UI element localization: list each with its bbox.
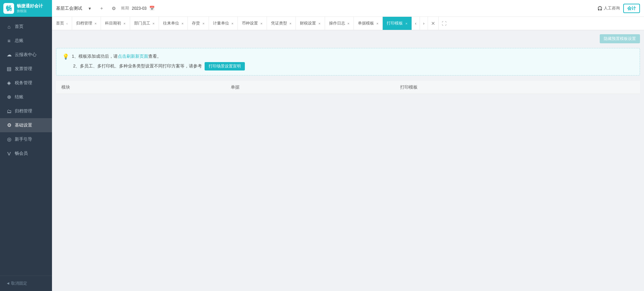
notice-line1-post: 查看。 [148,54,161,59]
settings-gear-icon[interactable]: ⚙ [109,4,118,13]
calendar-icon[interactable]: 📅 [149,6,155,11]
sidebar-label-ledger: 总账 [15,38,23,44]
notice-line2-pre: 2、多员工、多打印机、多种业务类型设置不同打印方案等，请参考 [73,63,202,68]
tab-print-template-close[interactable]: × [405,21,407,26]
tab-archive-mgmt-close[interactable]: × [95,21,97,26]
tab-tax-settings[interactable]: 财税设置 × [296,17,325,30]
main-area: 基层工会测试 ▾ ＋ ⚙ 账期 2023-03 📅 🎧 人工咨询 会计 首页 ‹… [52,0,644,291]
sidebar-item-guide[interactable]: ◎ 新手引导 [0,132,52,146]
tab-close-all-button[interactable]: ✕ [428,17,439,30]
topbar: 基层工会测试 ▾ ＋ ⚙ 账期 2023-03 📅 🎧 人工咨询 会计 [52,0,644,17]
member-icon: V [6,151,12,156]
tab-single-form-close[interactable]: × [376,21,378,26]
tab-archive-mgmt-label: 归档管理 [76,20,92,26]
info-notice: 💡 1、模板添加成功后，请点击刷新新页面查看。 2、多员工、多打印机、多种业务类… [56,48,640,76]
ledger-icon: ≡ [6,38,12,44]
tab-dept-staff[interactable]: 部门员工 × [130,17,159,30]
sidebar-label-member: 畅会员 [15,150,28,156]
unpin-button[interactable]: ◄ 取消固定 [0,276,52,291]
content-area: 隐藏预置模板设置 💡 1、模板添加成功后，请点击刷新新页面查看。 2、多员工、多… [52,30,644,291]
tab-inventory-label: 存货 [192,20,200,26]
service-button[interactable]: 🎧 人工咨询 [597,5,620,11]
tab-voucher-type[interactable]: 凭证类型 × [267,17,296,30]
tab-single-form[interactable]: 单据模板 × [354,17,383,30]
tab-expand-button[interactable]: ⛶ [439,17,449,30]
tab-archive-mgmt[interactable]: 归档管理 × [72,17,101,30]
invoice-icon: ▤ [6,66,12,72]
print-scene-button[interactable]: 打印场景设置宣明 [205,62,245,70]
tab-currency[interactable]: 币种设置 × [238,17,267,30]
cloud-icon: ☁ [6,52,12,58]
tabbar: 首页 ‹ 归档管理 × 科目期初 × 部门员工 × 往来单位 × 存货 × 计量… [52,17,644,30]
hide-preview-button[interactable]: 隐藏预置模板设置 [600,34,640,43]
tab-tax-settings-close[interactable]: × [318,21,320,26]
print-template-table: 模块 单据 打印模板 [56,81,640,94]
tab-subject-init-close[interactable]: × [123,21,125,26]
tab-single-form-label: 单据模板 [358,20,374,26]
tab-measure-unit-close[interactable]: × [231,21,233,26]
sidebar-nav: ⌂ 首页 ≡ 总账 ☁ 云报表中心 ▤ 发票管理 ◈ 税务管理 ⊕ 结账 🗂 归… [0,17,52,276]
logo-icon: 畅 [3,3,14,14]
tab-currency-close[interactable]: × [260,21,262,26]
account-button[interactable]: 会计 [623,4,640,13]
tab-home[interactable]: 首页 ‹ [52,17,72,30]
unpin-label: ◄ 取消固定 [6,281,27,286]
tab-home-back-icon[interactable]: ‹ [66,21,68,26]
table-header: 模块 单据 打印模板 [56,81,640,94]
sidebar-item-settings[interactable]: ⚙ 基础设置 [0,118,52,132]
tab-voucher-type-close[interactable]: × [289,21,291,26]
sidebar-label-invoice: 发票管理 [15,66,32,72]
sidebar-item-tax[interactable]: ◈ 税务管理 [0,76,52,90]
col-module: 模块 [56,81,225,94]
tab-partner[interactable]: 往来单位 × [159,17,188,30]
tab-inventory-close[interactable]: × [202,21,204,26]
closing-icon: ⊕ [6,94,12,100]
notice-text-2: 2、多员工、多打印机、多种业务类型设置不同打印方案等，请参考 打印场景设置宣明 [73,62,246,70]
tab-dept-staff-close[interactable]: × [153,21,155,26]
tab-op-log-close[interactable]: × [347,21,350,26]
tab-currency-label: 币种设置 [242,20,258,26]
sidebar-item-archive[interactable]: 🗂 归档管理 [0,104,52,118]
tab-measure-unit[interactable]: 计量单位 × [209,17,238,30]
archive-icon: 🗂 [6,108,12,114]
sidebar-item-invoice[interactable]: ▤ 发票管理 [0,62,52,76]
sidebar-label-settings: 基础设置 [15,122,32,128]
refresh-link[interactable]: 点击刷新新页面 [118,54,148,59]
tab-subject-init-label: 科目期初 [105,20,121,26]
notice-row-1: 💡 1、模板添加成功后，请点击刷新新页面查看。 [62,53,634,60]
bulb-icon: 💡 [62,53,69,60]
tab-tax-settings-label: 财税设置 [300,20,316,26]
content-header: 隐藏预置模板设置 [56,34,640,46]
logo-text-block: 畅捷通好会计 旗舰版 [17,3,43,13]
logo-title: 畅捷通好会计 [17,3,43,9]
col-document: 单据 [225,81,395,94]
period-label: 账期 [121,5,129,11]
sidebar-item-closing[interactable]: ⊕ 结账 [0,90,52,104]
tab-op-log-label: 操作日志 [329,20,345,26]
tab-print-template[interactable]: 打印模板 × [383,17,412,30]
tab-subject-init[interactable]: 科目期初 × [101,17,130,30]
tab-measure-unit-label: 计量单位 [213,20,229,26]
company-name[interactable]: 基层工会测试 [56,5,82,11]
sidebar-item-ledger[interactable]: ≡ 总账 [0,34,52,48]
sidebar-label-tax: 税务管理 [15,80,32,86]
service-label: 人工咨询 [604,5,620,11]
guide-icon: ◎ [6,136,12,142]
add-tab-icon[interactable]: ＋ [97,4,106,13]
sidebar-label-reports: 云报表中心 [15,52,37,58]
sidebar-item-member[interactable]: V 畅会员 [0,146,52,160]
tab-prev-arrow[interactable]: ‹ [412,17,420,30]
company-dropdown-icon[interactable]: ▾ [85,4,94,13]
sidebar: 畅 畅捷通好会计 旗舰版 ⌂ 首页 ≡ 总账 ☁ 云报表中心 ▤ 发票管理 ◈ … [0,0,52,291]
tab-dept-staff-label: 部门员工 [134,20,150,26]
sidebar-item-reports[interactable]: ☁ 云报表中心 [0,48,52,62]
tab-next-arrow[interactable]: › [420,17,428,30]
headset-icon: 🎧 [597,6,602,11]
tab-partner-close[interactable]: × [181,21,183,26]
sidebar-item-home[interactable]: ⌂ 首页 [0,19,52,34]
tab-op-log[interactable]: 操作日志 × [325,17,354,30]
settings-icon: ⚙ [6,122,12,128]
notice-line1-pre: 1、模板添加成功后，请 [72,54,118,59]
sidebar-label-guide: 新手引导 [15,136,32,142]
tab-inventory[interactable]: 存货 × [188,17,209,30]
